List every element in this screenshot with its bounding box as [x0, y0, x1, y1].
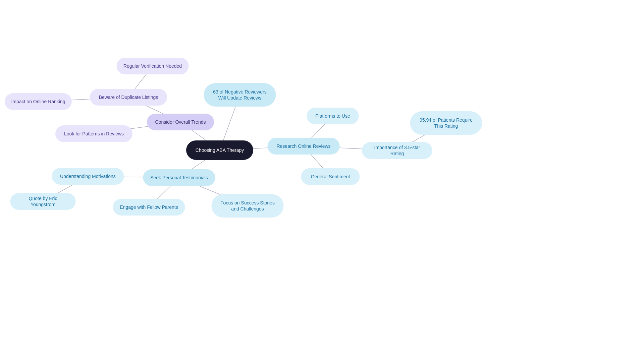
node-label-importance_35_rating: Importance of 3.5-star Rating: [362, 141, 432, 160]
node-understanding_motivations[interactable]: Understanding Motivations: [52, 168, 124, 185]
node-consider_overall_trends[interactable]: Consider Overall Trends: [147, 114, 214, 130]
node-seek_personal_testimonials[interactable]: Seek Personal Testimonials: [143, 169, 215, 186]
node-label-understanding_motivations: Understanding Motivations: [54, 170, 122, 183]
node-quote_eric[interactable]: Quote by Eric Youngstrom: [10, 193, 76, 210]
node-label-consider_overall_trends: Consider Overall Trends: [149, 116, 212, 128]
node-label-general_sentiment: General Sentiment: [305, 170, 356, 183]
node-label-patients_require_rating: 95.94 of Patients Require This Rating: [410, 114, 482, 132]
node-label-impact_online_ranking: Impact on Online Ranking: [5, 95, 71, 108]
mind-map-container: Choosing ABA TherapyConsider Overall Tre…: [0, 0, 644, 363]
node-negative_reviewers[interactable]: 63 of Negative Reviewers Will Update Rev…: [204, 83, 276, 107]
node-general_sentiment[interactable]: General Sentiment: [301, 168, 360, 185]
node-label-regular_verification: Regular Verification Needed: [117, 60, 188, 72]
node-label-research_online_reviews: Research Online Reviews: [270, 140, 336, 153]
node-label-look_patterns: Look for Patterns in Reviews: [58, 127, 130, 140]
node-label-engage_fellow_parents: Engage with Fellow Parents: [114, 201, 184, 214]
node-label-focus_success_stories: Focus on Success Stories and Challenges: [212, 196, 284, 215]
node-regular_verification[interactable]: Regular Verification Needed: [117, 58, 189, 74]
node-platforms_to_use[interactable]: Platforms to Use: [307, 108, 359, 124]
node-focus_success_stories[interactable]: Focus on Success Stories and Challenges: [212, 194, 284, 218]
node-label-seek_personal_testimonials: Seek Personal Testimonials: [144, 171, 214, 184]
node-label-platforms_to_use: Platforms to Use: [309, 110, 356, 122]
node-beware_duplicate[interactable]: Beware of Duplicate Listings: [90, 89, 167, 106]
node-impact_online_ranking[interactable]: Impact on Online Ranking: [5, 93, 72, 110]
node-research_online_reviews[interactable]: Research Online Reviews: [268, 138, 340, 155]
node-engage_fellow_parents[interactable]: Engage with Fellow Parents: [113, 199, 185, 216]
node-central[interactable]: Choosing ABA Therapy: [186, 140, 253, 160]
node-look_patterns[interactable]: Look for Patterns in Reviews: [55, 125, 132, 142]
node-importance_35_rating[interactable]: Importance of 3.5-star Rating: [362, 142, 432, 159]
node-patients_require_rating[interactable]: 95.94 of Patients Require This Rating: [410, 111, 482, 135]
node-label-quote_eric: Quote by Eric Youngstrom: [10, 192, 76, 211]
node-label-central: Choosing ABA Therapy: [190, 144, 250, 157]
node-label-beware_duplicate: Beware of Duplicate Listings: [93, 91, 164, 104]
node-label-negative_reviewers: 63 of Negative Reviewers Will Update Rev…: [204, 85, 276, 104]
